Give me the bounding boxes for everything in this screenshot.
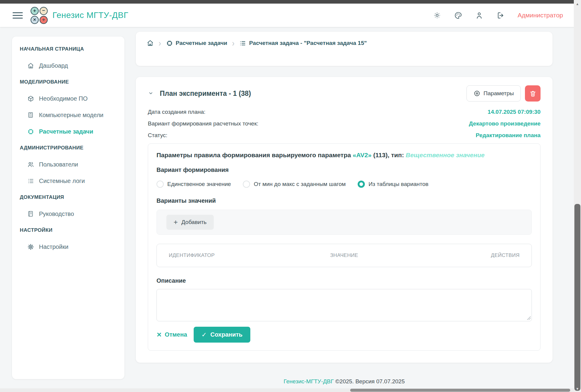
radio-label: Из таблицы вариантов [368, 181, 428, 187]
theme-palette-icon[interactable] [454, 11, 462, 19]
cancel-button-label: Отмена [165, 331, 187, 338]
scroll-down-icon[interactable]: ▼ [574, 385, 581, 392]
top-scroll-strip [0, 0, 574, 4]
sidebar-section-documentation: ДОКУМЕНТАЦИЯ [20, 194, 117, 201]
param-type: Вещественное значение [406, 152, 484, 158]
book-icon [27, 210, 34, 217]
breadcrumb-label: Расчетная задача - "Расчетная задача 15" [249, 40, 367, 46]
menu-icon[interactable] [13, 10, 23, 20]
radio-variants-table[interactable]: Из таблицы вариантов [358, 181, 428, 188]
sidebar-item-dashboard[interactable]: Дашбоард [20, 62, 117, 69]
rule-form-title: Параметры правила формирования варьируем… [156, 152, 532, 159]
radio-circle-selected-icon [358, 181, 365, 188]
sidebar-item-label: Руководство [39, 211, 74, 217]
radio-single-value[interactable]: Единственное значение [156, 181, 231, 188]
logs-list-icon [27, 177, 34, 184]
home-icon [27, 62, 34, 69]
trash-icon [529, 90, 537, 97]
sidebar-item-label: Настройки [39, 243, 68, 250]
chip-icon [166, 40, 173, 47]
values-label: Варианты значений [156, 197, 532, 204]
sidebar: НАЧАЛЬНАЯ СТРАНИЦА Дашбоард МОДЕЛИРОВАНИ… [12, 37, 124, 379]
info-value: 14.07.2025 07:09:30 [488, 109, 541, 115]
chevron-right-icon: › [157, 38, 162, 48]
save-button[interactable]: ✓ Сохранить [194, 327, 250, 343]
sidebar-item-label: Пользователи [39, 161, 78, 168]
users-icon [27, 161, 34, 168]
sidebar-item-users[interactable]: Пользователи [20, 161, 117, 168]
vertical-scrollbar[interactable]: ▲ ▼ [574, 0, 581, 392]
horizontal-scrollbar-thumb[interactable] [350, 389, 570, 392]
plan-card: План эксперимента - 1 (38) Параметры Дат… [136, 77, 553, 363]
params-button-label: Параметры [484, 90, 514, 97]
chevron-right-icon: › [231, 38, 236, 48]
logo-minus-icon: − [40, 7, 48, 15]
horizontal-scrollbar[interactable] [0, 388, 574, 392]
logo-plus-icon: + [31, 7, 39, 15]
variants-toolbar: + Добавить [156, 210, 532, 235]
params-button[interactable]: Параметры [466, 85, 521, 102]
brightness-icon[interactable] [433, 11, 441, 19]
variant-radio-group: Единственное значение От мин до макс с з… [156, 181, 532, 188]
vertical-scrollbar-thumb[interactable] [574, 204, 580, 391]
radio-circle-icon [243, 181, 250, 188]
view-icon [473, 90, 481, 97]
user-icon[interactable] [475, 11, 483, 19]
variant-label: Вариант формирования [156, 167, 532, 173]
main-content: › Расчетные задачи › Расчетная задача - … [136, 27, 553, 391]
app-logo: + − × ÷ [31, 7, 48, 24]
collapse-chevron-icon[interactable] [148, 90, 154, 97]
sidebar-section-settings: НАСТРОЙКИ [20, 227, 117, 234]
sidebar-section-modeling: МОДЕЛИРОВАНИЕ [20, 78, 117, 86]
breadcrumb-home[interactable] [147, 40, 154, 47]
breadcrumb: › Расчетные задачи › Расчетная задача - … [147, 39, 542, 47]
sidebar-item-label: Компьютерные модели [39, 112, 103, 119]
cube-icon [27, 95, 34, 102]
rule-title-suffix: (113), тип: [373, 152, 404, 158]
param-code: «AV2» [353, 152, 372, 158]
sidebar-item-label: Дашбоард [39, 62, 68, 69]
radio-min-max-step[interactable]: От мин до макс с заданным шагом [243, 181, 346, 188]
footer-brand-link[interactable]: Генезис-МГТУ-ДВГ [284, 378, 334, 385]
logo-times-icon: × [31, 16, 39, 24]
rule-form: Параметры правила формирования варьируем… [148, 143, 541, 351]
home-icon [147, 40, 154, 47]
sidebar-item-computer-models[interactable]: Компьютерные модели [20, 111, 117, 119]
breadcrumb-label: Расчетные задачи [176, 40, 227, 46]
sidebar-section-home: НАЧАЛЬНАЯ СТРАНИЦА [20, 46, 117, 53]
sidebar-item-computational-tasks[interactable]: Расчетные задачи [20, 128, 117, 135]
info-row-points-variant: Вариант формирования расчетных точек: Де… [148, 120, 541, 128]
save-button-label: Сохранить [210, 331, 243, 338]
info-label: Дата создания плана: [148, 109, 205, 115]
calculator-icon [27, 111, 34, 119]
sidebar-item-settings[interactable]: Настройки [20, 243, 117, 250]
add-variant-button[interactable]: + Добавить [166, 215, 214, 230]
sidebar-item-label: Системные логи [39, 178, 85, 184]
app-header: + − × ÷ Генезис МГТУ-ДВГ [0, 4, 581, 27]
info-row-created: Дата создания плана: 14.07.2025 07:09:30 [148, 108, 541, 116]
rule-title-prefix: Параметры правила формирования варьируем… [156, 152, 351, 158]
user-role-label[interactable]: Администратор [517, 12, 563, 19]
sidebar-item-required-software[interactable]: Необходимое ПО [20, 95, 117, 102]
sidebar-item-system-logs[interactable]: Системные логи [20, 177, 117, 184]
breadcrumb-card: › Расчетные задачи › Расчетная задача - … [136, 32, 553, 66]
radio-label: Единственное значение [167, 181, 231, 187]
logout-icon[interactable] [496, 11, 504, 19]
app-title: Генезис МГТУ-ДВГ [52, 10, 128, 20]
add-button-label: Добавить [181, 219, 207, 225]
description-textarea[interactable] [156, 289, 532, 321]
delete-plan-button[interactable] [525, 85, 541, 102]
sidebar-section-administration: АДМИНИСТРИРОВАНИЕ [20, 144, 117, 152]
radio-label: От мин до макс с заданным шагом [254, 181, 346, 187]
scroll-up-icon[interactable]: ▲ [574, 1, 581, 7]
check-icon: ✓ [201, 331, 207, 338]
info-label: Статус: [148, 132, 167, 139]
cancel-button[interactable]: ✕ Отмена [156, 331, 187, 338]
description-label: Описание [156, 277, 532, 284]
breadcrumb-tasks[interactable]: Расчетные задачи [166, 40, 227, 47]
sidebar-item-manual[interactable]: Руководство [20, 210, 117, 217]
sidebar-item-label: Расчетные задачи [39, 128, 93, 135]
gear-icon [27, 243, 34, 250]
column-header-value: ЗНАЧЕНИЕ [286, 252, 403, 258]
breadcrumb-current-task[interactable]: Расчетная задача - "Расчетная задача 15" [239, 40, 367, 47]
